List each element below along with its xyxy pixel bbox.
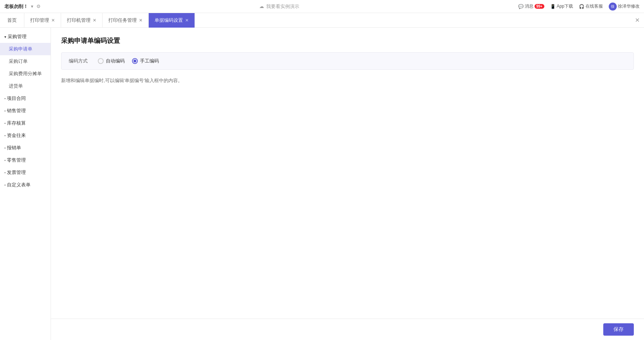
radio-auto-label: 自动编码 <box>106 58 125 64</box>
sidebar-group-label-returns: 报销单 <box>7 145 21 151</box>
sidebar-group-label-invoice-mgmt: 发票管理 <box>7 169 26 176</box>
encoding-section: 编码方式 自动编码 手工编码 <box>61 52 634 70</box>
chevron-purchase-mgmt-icon: ▾ <box>4 35 6 39</box>
chevron-down-icon[interactable]: ▾ <box>31 4 33 9</box>
chevron-inventory-icon: › <box>3 122 7 124</box>
tab-barcode-settings-close[interactable]: ✕ <box>185 18 189 23</box>
online-service-btn[interactable]: 🎧 在线客服 <box>579 3 603 9</box>
chevron-funds-icon: › <box>3 135 7 136</box>
radio-group-encoding: 自动编码 手工编码 <box>98 58 159 64</box>
sidebar-group-retail-mgmt: › 零售管理 <box>0 154 51 166</box>
sidebar-group-label-sales-mgmt: 销售管理 <box>7 108 26 114</box>
sidebar-group-header-retail-mgmt[interactable]: › 零售管理 <box>0 154 51 166</box>
sidebar-group-header-purchase-mgmt[interactable]: ▾ 采购管理 <box>0 31 51 43</box>
sidebar-group-label-funds: 资金往来 <box>7 132 26 139</box>
sidebar-group-funds: › 资金往来 <box>0 129 51 142</box>
sidebar-group-label-project-contract: 项目合同 <box>7 95 26 102</box>
tab-home[interactable]: 首页 <box>0 13 24 28</box>
user-menu-btn[interactable]: 徐 徐泽华修改 <box>609 3 640 11</box>
notification-btn[interactable]: 💬 消息 99+ <box>518 3 544 9</box>
cloud-icon: ☁ <box>259 4 264 9</box>
message-icon: 💬 <box>518 4 524 9</box>
sidebar-group-custom-forms: › 自定义表单 <box>0 179 51 191</box>
sidebar-group-header-project-contract[interactable]: › 项目合同 <box>0 92 51 105</box>
chevron-custom-forms-icon: › <box>3 184 7 185</box>
content-area: 采购申请单编码设置 编码方式 自动编码 手工编码 新增和编辑单据编时,可以编辑'… <box>51 28 644 340</box>
top-bar: 老板勿削！ ▾ ⚙ ☁ 我要看实例演示 💬 消息 99+ 📱 App下载 🎧 在… <box>0 0 644 13</box>
radio-auto-encoding[interactable]: 自动编码 <box>98 58 125 64</box>
headset-icon: 🎧 <box>579 4 584 9</box>
app-download-label: App下载 <box>557 3 573 9</box>
top-bar-center: ☁ 我要看实例演示 <box>259 3 299 10</box>
page-title: 采购申请单编码设置 <box>61 36 634 45</box>
avatar: 徐 <box>609 3 617 11</box>
sidebar-group-purchase-mgmt: ▾ 采购管理 采购申请单 采购订单 采购费用分摊单 进货单 <box>0 31 51 92</box>
tab-bar: 首页 打印管理 ✕ 打印机管理 ✕ 打印任务管理 ✕ 单据编码设置 ✕ ✕ <box>0 13 644 28</box>
sidebar-group-header-custom-forms[interactable]: › 自定义表单 <box>0 179 51 191</box>
main-layout: ▾ 采购管理 采购申请单 采购订单 采购费用分摊单 进货单 › 项目合同 › 销… <box>0 28 644 340</box>
tab-barcode-settings[interactable]: 单据编码设置 ✕ <box>149 13 195 28</box>
sidebar-group-label-custom-forms: 自定义表单 <box>7 182 31 188</box>
tab-print-task-mgmt-label: 打印任务管理 <box>108 17 137 24</box>
chevron-invoice-mgmt-icon: › <box>3 172 7 173</box>
sidebar-group-header-inventory[interactable]: › 库存核算 <box>0 117 51 129</box>
phone-icon: 📱 <box>550 4 556 9</box>
app-download-btn[interactable]: 📱 App下载 <box>550 3 573 9</box>
tab-print-mgmt-close[interactable]: ✕ <box>51 18 55 23</box>
sidebar-group-label-inventory: 库存核算 <box>7 120 26 126</box>
online-service-label: 在线客服 <box>585 3 603 9</box>
tab-printer-mgmt-label: 打印机管理 <box>67 17 91 24</box>
logo-text: 老板勿削！ <box>4 3 28 10</box>
sidebar-group-header-funds[interactable]: › 资金往来 <box>0 129 51 142</box>
sidebar-item-stock-in[interactable]: 进货单 <box>0 80 51 92</box>
gear-icon[interactable]: ⚙ <box>36 4 41 9</box>
tab-home-label: 首页 <box>7 17 17 24</box>
chevron-returns-icon: › <box>3 147 7 148</box>
tab-print-task-mgmt[interactable]: 打印任务管理 ✕ <box>103 13 149 28</box>
sidebar-group-project-contract: › 项目合同 <box>0 92 51 105</box>
sidebar-group-returns: › 报销单 <box>0 142 51 154</box>
radio-manual-label: 手工编码 <box>140 58 159 64</box>
sidebar-item-purchase-order[interactable]: 采购订单 <box>0 55 51 68</box>
user-name: 徐泽华修改 <box>618 3 640 9</box>
save-button[interactable]: 保存 <box>603 323 634 336</box>
tab-printer-mgmt-close[interactable]: ✕ <box>93 18 96 23</box>
tab-barcode-settings-label: 单据编码设置 <box>155 17 183 24</box>
notification-label: 消息 <box>525 3 533 9</box>
chevron-sales-mgmt-icon: › <box>3 110 7 111</box>
chevron-project-contract-icon: › <box>3 98 7 99</box>
radio-manual-circle <box>132 58 138 64</box>
content-footer: 保存 <box>51 319 644 340</box>
sidebar-group-sales-mgmt: › 销售管理 <box>0 105 51 117</box>
sidebar-group-header-sales-mgmt[interactable]: › 销售管理 <box>0 105 51 117</box>
sidebar-item-purchase-request[interactable]: 采购申请单 <box>0 43 51 55</box>
sidebar-group-label-purchase-mgmt: 采购管理 <box>8 33 27 40</box>
hint-text: 新增和编辑单据编时,可以编辑'单据编号'输入框中的内容。 <box>61 77 634 85</box>
radio-auto-circle <box>98 58 104 64</box>
tab-print-task-mgmt-close[interactable]: ✕ <box>139 18 143 23</box>
window-close-icon[interactable]: ✕ <box>635 17 640 24</box>
tab-bar-end: ✕ <box>635 17 644 24</box>
tab-print-mgmt[interactable]: 打印管理 ✕ <box>24 13 61 28</box>
search-hint[interactable]: 我要看实例演示 <box>266 3 299 10</box>
sidebar-group-header-invoice-mgmt[interactable]: › 发票管理 <box>0 166 51 179</box>
sidebar-group-inventory: › 库存核算 <box>0 117 51 129</box>
chevron-retail-mgmt-icon: › <box>3 159 7 161</box>
encoding-label: 编码方式 <box>69 58 88 64</box>
sidebar: ▾ 采购管理 采购申请单 采购订单 采购费用分摊单 进货单 › 项目合同 › 销… <box>0 28 51 340</box>
notification-badge: 99+ <box>535 4 544 9</box>
content-inner: 采购申请单编码设置 编码方式 自动编码 手工编码 新增和编辑单据编时,可以编辑'… <box>51 28 644 319</box>
top-bar-right: 💬 消息 99+ 📱 App下载 🎧 在线客服 徐 徐泽华修改 <box>518 3 640 11</box>
sidebar-group-invoice-mgmt: › 发票管理 <box>0 166 51 179</box>
sidebar-group-label-retail-mgmt: 零售管理 <box>7 157 26 163</box>
tab-printer-mgmt[interactable]: 打印机管理 ✕ <box>61 13 103 28</box>
tab-print-mgmt-label: 打印管理 <box>30 17 49 24</box>
sidebar-item-purchase-expense[interactable]: 采购费用分摊单 <box>0 68 51 80</box>
sidebar-group-header-returns[interactable]: › 报销单 <box>0 142 51 154</box>
radio-manual-encoding[interactable]: 手工编码 <box>132 58 159 64</box>
top-bar-left: 老板勿削！ ▾ ⚙ <box>4 3 41 10</box>
